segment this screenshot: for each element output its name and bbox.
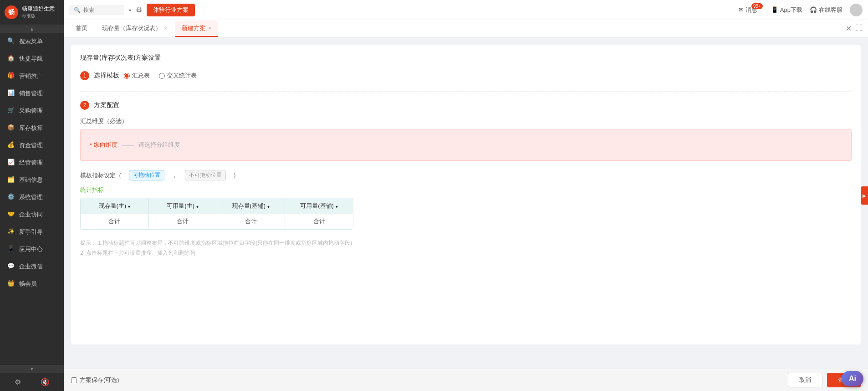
message-button[interactable]: ✉ 消息 99+ [739,6,757,14]
sidebar-scroll-up[interactable]: ▲ [0,25,64,33]
col-header-chevron-1[interactable] [196,203,199,210]
sidebar-item-inventory[interactable]: 📦 库存核算 [0,119,64,137]
sidebar-item-label: 资金管理 [19,141,43,149]
message-icon: ✉ [739,6,744,13]
sidebar: 畅 畅康通好生意 标准版 ▲ 🔍 搜索菜单 🏠 快捷导航 🎁 营销推广 📊 销售… [0,0,64,391]
table-cell-0-0: 合计 [81,214,149,229]
user-avatar[interactable] [850,4,863,16]
sidebar-item-wechat[interactable]: 💬 企业微信 [0,258,64,275]
sidebar-item-member[interactable]: 👑 畅会员 [0,275,64,293]
radio-summary-input[interactable] [124,73,130,79]
logo-sub: 标准版 [22,13,55,19]
sidebar-item-label: 畅会员 [19,280,37,288]
tab-home[interactable]: 首页 [69,21,94,37]
sidebar-item-marketing[interactable]: 🎁 营销推广 [0,67,64,85]
sidebar-item-new-guide[interactable]: ✨ 新手引导 [0,223,64,241]
headset-icon: 🎧 [810,6,817,13]
quick-nav-icon: 🏠 [7,55,15,63]
table-cell-0-1: 合计 [149,214,217,229]
sidebar-item-finance[interactable]: 💰 资金管理 [0,137,64,154]
stats-table: 现存量(主) 可用量(主) 现存量(基辅) 可用量(基辅) [80,198,353,230]
sidebar-item-purchase[interactable]: 🛒 采购管理 [0,102,64,119]
col-header-label-1: 可用量(主) [167,202,194,210]
tab-new-plan[interactable]: 新建方案 [175,21,218,37]
right-edge-expand[interactable]: ▶ [861,186,868,205]
sidebar-item-label: 基础信息 [19,176,43,184]
app-download-button[interactable]: 📱 App下载 [771,6,802,14]
table-cell-0-3: 合计 [285,214,353,229]
operation-icon: 📈 [7,159,15,167]
top-header: 🔍 ⚙ 体验行业方案 ✉ 消息 99+ 📱 App下载 🎧 在线客服 [64,0,868,20]
wechat-icon: 💬 [7,262,15,271]
stats-section-label: 统计指标 [80,186,852,194]
sidebar-logo: 畅 畅康通好生意 标准版 [0,0,64,25]
draggable-chip: 可拖动位置 [129,170,164,180]
search-menu-icon: 🔍 [7,37,15,46]
save-checkbox[interactable] [71,377,77,383]
sidebar-item-contract[interactable]: 🤝 企业协同 [0,206,64,223]
page-title: 现存量(库存状况表)方案设置 [80,54,852,62]
sidebar-item-app-center[interactable]: 📱 应用中心 [0,241,64,258]
sidebar-item-label: 应用中心 [19,245,43,253]
search-input[interactable] [83,7,120,13]
save-checkbox-label[interactable]: 方案保存(可选) [71,376,119,384]
sidebar-scroll-down[interactable]: ▼ [0,365,64,373]
sidebar-item-label: 新手引导 [19,228,43,236]
logo-text: 畅康通好生意 [22,5,55,13]
section1-header: 1 选择模板 汇总表 交叉统计表 [80,71,852,80]
col-header-chevron-2[interactable] [267,203,270,210]
cancel-button[interactable]: 取消 [788,373,822,387]
col-header-chevron-3[interactable] [336,203,338,210]
expand-panel-icon[interactable]: ⛶ [855,24,863,33]
header-search-box: 🔍 [69,5,124,15]
contract-icon: 🤝 [7,211,15,219]
marketing-icon: 🎁 [7,72,15,80]
indicator-settings-close: ） [233,171,239,180]
customer-service-button[interactable]: 🎧 在线客服 [810,6,842,14]
sidebar-item-sales[interactable]: 📊 销售管理 [0,85,64,102]
new-plan-tab-label: 新建方案 [182,24,205,32]
hint-1: 提示： 1.拖动标题栏可以调整布局，不可跨维度或指标区域拖拉栏目字段(只能在同一… [80,238,852,248]
header-settings-button[interactable]: ⚙ [136,5,142,14]
col-header-label-2: 现存量(基辅) [232,202,266,210]
sidebar-item-label: 快捷导航 [19,55,43,63]
sidebar-item-basic[interactable]: 🗂️ 基础信息 [0,171,64,189]
ai-fab-button[interactable]: Ai [842,371,863,386]
section1-title: 选择模板 [94,72,119,80]
header-dropdown-button[interactable] [129,7,131,13]
radio-cross[interactable]: 交叉统计表 [159,72,197,80]
sidebar-item-label: 库存核算 [19,124,43,132]
dim-name: 纵向维度 [94,141,117,149]
hint-2: 2. 点击标题栏下拉可设置排序、插入列和删除列 [80,248,852,258]
tab-inventory-status[interactable]: 现存量（库存状况表） [96,21,174,37]
close-panel-icon[interactable]: ✕ [846,24,852,33]
radio-summary-label: 汇总表 [132,72,150,80]
inventory-tab-close[interactable] [164,25,167,31]
col-header-0: 现存量(主) [81,198,149,214]
settings-icon[interactable]: ⚙ [15,378,21,386]
sidebar-item-label: 企业微信 [19,262,43,271]
sound-icon[interactable]: 🔇 [41,378,50,386]
chip-separator: ， [172,171,178,180]
sidebar-item-quick-nav[interactable]: 🏠 快捷导航 [0,50,64,67]
basic-icon: 🗂️ [7,176,15,184]
col-header-chevron-0[interactable] [128,203,130,210]
message-badge: 99+ [751,3,763,9]
section2-header: 2 方案配置 [80,101,852,110]
tab-bar: 首页 现存量（库存状况表） 新建方案 ✕ ⛶ [64,20,868,37]
app-center-icon: 📱 [7,245,15,253]
finance-icon: 💰 [7,141,15,149]
required-star: * [90,142,92,149]
sidebar-item-operation[interactable]: 📈 经营管理 [0,154,64,171]
trial-button[interactable]: 体验行业方案 [147,4,195,16]
sidebar-item-label: 系统管理 [19,193,43,201]
radio-cross-input[interactable] [159,73,165,79]
col-header-label-3: 可用量(基辅) [300,202,334,210]
sidebar-item-search-menu[interactable]: 🔍 搜索菜单 [0,33,64,50]
section2-title: 方案配置 [94,101,119,109]
logo-icon: 畅 [5,5,18,19]
sidebar-bottom: ⚙ 🔇 [0,373,64,391]
sidebar-item-system[interactable]: ⚙️ 系统管理 [0,189,64,206]
new-plan-tab-close[interactable] [208,25,211,31]
radio-summary[interactable]: 汇总表 [124,72,150,80]
